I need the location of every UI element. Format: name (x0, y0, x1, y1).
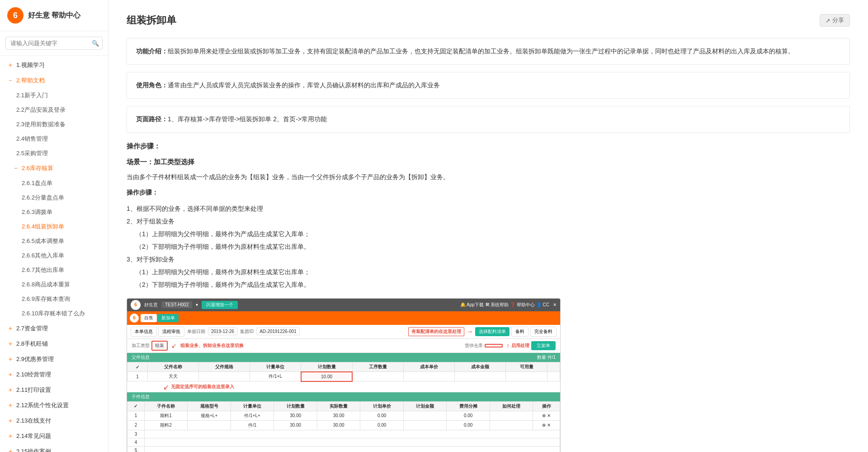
tab-xinjiadan[interactable]: 新加单 (158, 314, 179, 322)
sidebar-item-label: 2.11打印设置 (16, 386, 51, 394)
doc-date-value: 2019-12-26 (208, 328, 237, 335)
btn-full-prepare[interactable]: 完全备料 (530, 327, 557, 337)
step1: 1、根据不同的业务，选择不同单据的类型来处理 (127, 202, 850, 215)
sidebar-item-purchase[interactable]: 2.5采购管理 (0, 146, 108, 161)
sidebar-item-account-fix[interactable]: 2.6.10库存账本错了么办 (0, 306, 108, 321)
user-role-text: 通常由生产人员或库管人员完成拆装业务的操作，库管人员确认原材料的出库和产成品的入… (168, 81, 440, 89)
page-path-label: 页面路径： (136, 115, 168, 123)
sidebar-item-stock-query[interactable]: 2.6.9库存账本查询 (0, 292, 108, 306)
logo-small: 6 (130, 314, 139, 323)
type-label: 加工类型 (132, 343, 150, 349)
btn-approve[interactable]: 流程审批 (158, 327, 184, 337)
sidebar-item-cost[interactable]: 2.6.5成本调整单 (0, 234, 108, 248)
sidebar-item-stocktake[interactable]: 2.6.1盘点单 (0, 176, 108, 190)
btn-confirm[interactable]: 立架单 (531, 341, 556, 350)
app-logo: 6 (131, 300, 141, 310)
logo-text: 好生意 帮助中心 (28, 11, 80, 20)
sidebar-item-label: 2.7资金管理 (16, 324, 48, 333)
col-cost-amount: 成本金额 (455, 362, 506, 372)
sidebar-item-label: 2.10经营管理 (16, 371, 51, 379)
annotation-no-bom: 无固定流序可的组装在这里录入 (171, 384, 234, 390)
step3b: （2）下部明细为子件明细，最终作为产成品生成某它入库单。 (127, 278, 850, 291)
annotation-enable: 启用处理 (511, 343, 529, 349)
table-row: 1 期料1 规格+L+ 件/1+L+ 30.00 30.00 0.00 0.00… (127, 411, 560, 420)
arrow-right: → (466, 328, 473, 336)
sidebar-item-label: 2.12系统个性化设置 (16, 401, 69, 409)
plan-qty-cell[interactable]: 10.00 (301, 372, 352, 381)
sidebar-item-video[interactable]: ＋ 1.视频学习 (0, 57, 108, 73)
user-role-block: 使用角色：通常由生产人员或库管人员完成拆装业务的操作，库管人员确认原材料的出库和… (127, 72, 850, 99)
btn-prepare[interactable]: 备料 (511, 327, 528, 337)
logo-area: 6 好生意 帮助中心 (0, 0, 108, 31)
sidebar-item-mobile[interactable]: ＋ 2.8手机旺铺 (0, 336, 108, 352)
minus-icon: － (13, 164, 19, 172)
feature-intro-block: 功能介绍：组装拆卸单用来处理企业组装或拆卸等加工业务，支持有固定装配清单的产品加… (127, 38, 850, 65)
table-row: 4 (127, 438, 560, 446)
tab-zishou[interactable]: 自售 (141, 314, 157, 322)
main-content: 组装拆卸单 ➚ 分享 功能介绍：组装拆卸单用来处理企业组装或拆卸等加工业务，支持… (108, 0, 868, 452)
feature-intro-label: 功能介绍： (136, 48, 168, 55)
plus-icon: ＋ (7, 447, 14, 452)
col-ops (547, 362, 560, 372)
search-input[interactable] (5, 37, 103, 50)
sidebar-item-inventory[interactable]: － 2.6库存核算 (0, 161, 108, 176)
sidebar-item-other-in[interactable]: 2.6.6其他入库单 (0, 248, 108, 263)
sidebar-item-faq[interactable]: ＋ 2.14常见问题 (0, 428, 108, 444)
sidebar-item-adjust[interactable]: 2.6.3调拨单 (0, 205, 108, 219)
doc-id-value: AD-20191226-001 (256, 328, 300, 335)
step3a: （1）上部明细为父件明细，最终作为原材料生成某它出库单； (127, 266, 850, 278)
sidebar-item-print[interactable]: ＋ 2.11打印设置 (0, 382, 108, 398)
step2: 2、对于组装业务 (127, 215, 850, 228)
table-row: 5 (127, 446, 560, 452)
section-bar-right: 数量 件/1 (537, 354, 556, 361)
sidebar-item-cases[interactable]: ＋ 2.15操作案例 (0, 444, 108, 452)
steps-label2: 操作步骤： (127, 186, 850, 199)
table-row: 2 期料2 件/1 30.00 30.00 0.00 0.00 ⊕ ✕ (127, 420, 560, 430)
warehouse-value[interactable] (485, 344, 503, 347)
app-company: 好生意 (144, 302, 158, 308)
col-check: ✓ (127, 362, 148, 372)
plus-icon: ＋ (7, 340, 14, 348)
share-button[interactable]: ➚ 分享 (820, 14, 850, 27)
close-icon[interactable]: ✕ (553, 302, 557, 307)
app-action-btn[interactable]: 闪退增加一个 (202, 301, 238, 309)
col-available: 可用量 (506, 362, 547, 372)
sidebar-item-sales[interactable]: 2.4销售管理 (0, 132, 108, 146)
sidebar-item-partial[interactable]: 2.6.2分量盘点单 (0, 190, 108, 205)
type-value[interactable]: 组装 (151, 341, 168, 351)
sidebar-item-coupon[interactable]: ＋ 2.9优惠券管理 (0, 352, 108, 367)
plus-icon: ＋ (7, 355, 14, 363)
page-title-row: 组装拆卸单 ➚ 分享 (127, 14, 850, 27)
plus-icon: ＋ (7, 324, 14, 333)
plus-icon: ＋ (7, 401, 14, 409)
sidebar-item-assemble[interactable]: 2.6.4组装拆卸单 (0, 219, 108, 234)
search-box: 🔍 (0, 31, 108, 56)
sidebar-item-label: 2.13在线支付 (16, 417, 51, 425)
sidebar-item-operation[interactable]: ＋ 2.10经营管理 (0, 367, 108, 382)
user-role-label: 使用角色： (136, 81, 168, 89)
app-id: TEST-H002 (161, 301, 192, 308)
sidebar-item-docs[interactable]: － 2.帮助文档 (0, 73, 108, 88)
annotation-type: 组装业务、拆卸业务在这里切换 (180, 343, 244, 349)
sidebar-item-data[interactable]: 2.3使用前数据准备 (0, 117, 108, 132)
warehouse-label: 货供仓库 (465, 343, 483, 349)
sidebar-item-install[interactable]: 2.2产品安装及登录 (0, 103, 108, 117)
sidebar-item-payment[interactable]: ＋ 2.13在线支付 (0, 413, 108, 428)
feature-intro-text: 组装拆卸单用来处理企业组装或拆卸等加工业务，支持有固定装配清单的产品加工业务，也… (168, 48, 794, 55)
app-arrow: ▾ (196, 302, 198, 307)
lower-table: ✓ 子件名称 规格型号 计量单位 计划数量 实际数量 计划单价 计划金额 费用分… (127, 401, 560, 452)
steps-list: 1、根据不同的业务，选择不同单据的类型来处理 2、对于组装业务 （1）上部明细为… (127, 202, 850, 291)
sidebar-item-newcomer[interactable]: 2.1新手入门 (0, 88, 108, 103)
plus-icon: ＋ (7, 371, 14, 379)
arrow-type: ↙ (171, 342, 177, 349)
step2a: （1）上部明细为父件明细，最终作为产成品生成某它入库单； (127, 228, 850, 240)
sidebar-item-system[interactable]: ＋ 2.12系统个性化设置 (0, 398, 108, 413)
search-icon: 🔍 (92, 40, 99, 47)
sidebar-item-finance[interactable]: ＋ 2.7资金管理 (0, 321, 108, 336)
sidebar-item-other-out[interactable]: 2.6.7其他出库单 (0, 263, 108, 277)
btn-select-bom[interactable]: 选择配料清单 (475, 327, 509, 336)
minus-icon: － (7, 76, 14, 85)
sidebar-item-goods-cost[interactable]: 2.6.8商品成本重算 (0, 277, 108, 292)
sidebar-item-label: 2.8手机旺铺 (16, 340, 48, 348)
btn-new-doc[interactable]: 本单信息 (131, 327, 157, 337)
